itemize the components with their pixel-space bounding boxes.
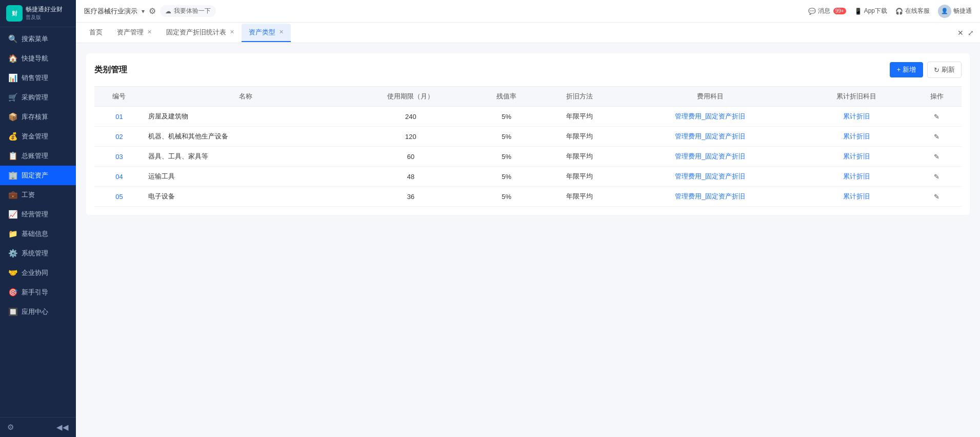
messages-button[interactable]: 💬 消息 99+ <box>808 7 846 15</box>
topbar-dropdown-icon[interactable]: ▾ <box>142 8 145 15</box>
app-logo: 财 畅捷通好业财 普及版 <box>0 0 76 27</box>
sidebar-label-fixed: 固定资产 <box>22 171 48 180</box>
sidebar-item-purchase[interactable]: 🛒 采购管理 <box>0 88 76 107</box>
cell-action[interactable]: ✎ <box>912 167 962 187</box>
cell-method: 年限平均 <box>539 147 619 167</box>
cell-accumulate: 累计折旧 <box>801 127 912 147</box>
cell-rate: 5% <box>474 147 539 167</box>
tab-close-icon[interactable]: ✕ <box>147 29 152 35</box>
cell-period: 48 <box>348 167 474 187</box>
sidebar-label-purchase: 采购管理 <box>22 93 48 102</box>
collapse-icon[interactable]: ◀◀ <box>56 423 69 432</box>
edit-icon[interactable]: ✎ <box>934 153 939 161</box>
sidebar-label-quicknav: 快捷导航 <box>22 54 48 63</box>
tab-close-icon[interactable]: ✕ <box>279 29 284 35</box>
ledger-icon: 📋 <box>8 151 17 161</box>
cell-method: 年限平均 <box>539 187 619 207</box>
topbar-left: 医疗器械行业演示 ▾ ⚙ ☁ 我要体验一下 <box>84 5 216 17</box>
page-area: 类别管理 + 新增 ↻ 刷新 编号名称使用期限（月）残值率折旧方法费用科目累计折… <box>76 43 980 437</box>
sidebar-label-sales: 销售管理 <box>22 73 48 83</box>
tab-label: 固定资产折旧统计表 <box>166 28 226 37</box>
settings-icon[interactable]: ⚙ <box>7 423 14 432</box>
edit-icon[interactable]: ✎ <box>934 133 939 141</box>
quicknav-icon: 🏠 <box>8 54 17 63</box>
search-icon: 🔍 <box>8 34 17 44</box>
sidebar-item-payroll[interactable]: 💼 工资 <box>0 185 76 205</box>
customer-service-label: 在线客服 <box>905 7 930 15</box>
experience-button[interactable]: ☁ 我要体验一下 <box>160 5 216 17</box>
sidebar-item-management[interactable]: 📈 经营管理 <box>0 205 76 224</box>
sidebar-item-inventory[interactable]: 📦 库存核算 <box>0 107 76 127</box>
enterprise-icon: 🤝 <box>8 268 17 277</box>
cell-code: 03 <box>94 147 144 167</box>
sidebar-item-appstore[interactable]: 🔲 应用中心 <box>0 302 76 322</box>
cell-period: 120 <box>348 127 474 147</box>
capital-icon: 💰 <box>8 132 17 141</box>
cell-action[interactable]: ✎ <box>912 147 962 167</box>
sidebar-item-system[interactable]: ⚙️ 系统管理 <box>0 244 76 263</box>
new-button[interactable]: + 新增 <box>890 62 923 77</box>
cell-method: 年限平均 <box>539 167 619 187</box>
sidebar-label-appstore: 应用中心 <box>22 307 48 316</box>
close-window-icon[interactable]: ✕ <box>957 29 964 37</box>
refresh-icon: ↻ <box>934 66 939 74</box>
sidebar-item-fixed[interactable]: 🏢 固定资产 <box>0 166 76 185</box>
table-row: 05 电子设备 36 5% 年限平均 管理费用_固定资产折旧 累计折旧 ✎ <box>94 187 962 207</box>
cell-expense: 管理费用_固定资产折旧 <box>619 127 801 147</box>
cell-code: 05 <box>94 187 144 207</box>
tabbar-right: ✕ ⤢ <box>957 29 974 37</box>
edit-icon[interactable]: ✎ <box>934 193 939 201</box>
refresh-button[interactable]: ↻ 刷新 <box>927 62 962 78</box>
col-残值率: 残值率 <box>474 87 539 107</box>
app-download-button[interactable]: 📱 App下载 <box>854 7 887 15</box>
edit-icon[interactable]: ✎ <box>934 113 939 121</box>
headset-icon: 🎧 <box>895 8 903 15</box>
inventory-icon: 📦 <box>8 112 17 122</box>
sidebar-item-enterprise[interactable]: 🤝 企业协同 <box>0 263 76 283</box>
cell-action[interactable]: ✎ <box>912 187 962 207</box>
tab-close-icon[interactable]: ✕ <box>230 29 234 35</box>
sidebar-item-guide[interactable]: 🎯 新手引导 <box>0 283 76 302</box>
messages-label: 消息 <box>818 7 830 15</box>
mobile-icon: 📱 <box>854 8 862 15</box>
tabbar: 首页资产管理✕固定资产折旧统计表✕资产类型✕ ✕ ⤢ <box>76 23 980 43</box>
cell-rate: 5% <box>474 127 539 147</box>
tab-固定资产折旧统计表[interactable]: 固定资产折旧统计表✕ <box>159 24 242 42</box>
cell-expense: 管理费用_固定资产折旧 <box>619 167 801 187</box>
cell-expense: 管理费用_固定资产折旧 <box>619 147 801 167</box>
sidebar-item-search[interactable]: 🔍 搜索菜单 <box>0 29 76 49</box>
logo-icon: 财 <box>6 5 23 22</box>
user-menu[interactable]: 👤 畅捷通 <box>938 5 972 18</box>
topbar: 医疗器械行业演示 ▾ ⚙ ☁ 我要体验一下 💬 消息 99+ 📱 App下载 🎧… <box>76 0 980 23</box>
sidebar-label-guide: 新手引导 <box>22 288 48 297</box>
cell-action[interactable]: ✎ <box>912 107 962 127</box>
cell-code: 01 <box>94 107 144 127</box>
sidebar-item-ledger[interactable]: 📋 总账管理 <box>0 146 76 166</box>
customer-service-button[interactable]: 🎧 在线客服 <box>895 7 930 15</box>
sidebar-item-basic[interactable]: 📁 基础信息 <box>0 224 76 244</box>
cell-period: 60 <box>348 147 474 167</box>
category-table: 编号名称使用期限（月）残值率折旧方法费用科目累计折旧科目操作 01 房屋及建筑物… <box>94 86 962 207</box>
logo-text: 畅捷通好业财 <box>26 6 63 14</box>
topbar-settings-icon[interactable]: ⚙ <box>149 6 156 16</box>
avatar: 👤 <box>938 5 951 18</box>
sidebar-footer: ⚙ ◀◀ <box>0 417 76 437</box>
cloud-icon: ☁ <box>165 8 171 15</box>
tab-首页[interactable]: 首页 <box>82 24 110 42</box>
messages-icon: 💬 <box>808 8 816 15</box>
expand-icon[interactable]: ⤢ <box>968 29 974 37</box>
app-download-label: App下载 <box>864 7 887 15</box>
cell-action[interactable]: ✎ <box>912 127 962 147</box>
refresh-label: 刷新 <box>942 65 955 74</box>
sidebar-item-capital[interactable]: 💰 资金管理 <box>0 127 76 146</box>
sidebar-item-sales[interactable]: 📊 销售管理 <box>0 68 76 88</box>
cell-code: 04 <box>94 167 144 187</box>
tab-资产类型[interactable]: 资产类型✕ <box>242 24 291 42</box>
tab-资产管理[interactable]: 资产管理✕ <box>110 24 159 42</box>
edit-icon[interactable]: ✎ <box>934 173 939 181</box>
cell-name: 电子设备 <box>144 187 348 207</box>
col-折旧方法: 折旧方法 <box>539 87 619 107</box>
page-header: 类别管理 + 新增 ↻ 刷新 <box>94 62 962 78</box>
sidebar-item-quicknav[interactable]: 🏠 快捷导航 <box>0 49 76 68</box>
cell-name: 器具、工具、家具等 <box>144 147 348 167</box>
